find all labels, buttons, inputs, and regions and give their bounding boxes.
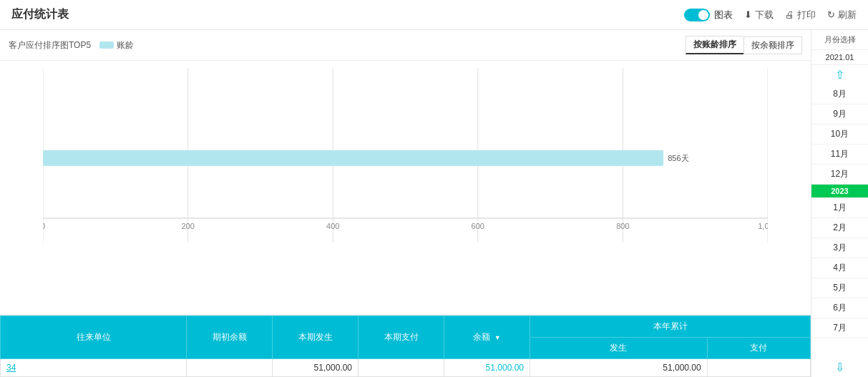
header: 应付统计表 图表 ⬇ 下载 🖨 打印 ↻ 刷新 [0, 0, 868, 30]
month-item[interactable]: 11月 [811, 145, 868, 165]
chart-toolbar: 客户应付排序图TOP5 账龄 按账龄排序 按余额排序 [0, 30, 811, 61]
refresh-icon: ↻ [827, 9, 835, 20]
refresh-label: 刷新 [838, 9, 857, 21]
th-opening: 期初余额 [187, 316, 273, 359]
month-item[interactable]: 2月 [811, 218, 868, 238]
month-list: 8月9月10月11月12月20231月2月3月4月5月6月7月 [811, 84, 868, 358]
chart-label: 图表 [714, 9, 733, 21]
legend-color-box [99, 41, 114, 49]
x-tick-0: 0 [43, 222, 45, 230]
refresh-button[interactable]: ↻ 刷新 [827, 9, 857, 21]
bar-rect [43, 150, 663, 166]
toggle-track[interactable] [684, 9, 710, 21]
td-opening [187, 359, 273, 377]
month-item[interactable]: 5月 [811, 278, 868, 298]
download-icon: ⬇ [744, 9, 752, 20]
toggle-thumb [698, 10, 708, 20]
data-table: 往来单位 期初余额 本期发生 本期支付 余额 ▼ 本年累计 [0, 315, 811, 377]
th-ytd: 本年累计 [530, 316, 811, 338]
header-actions: 图表 ⬇ 下载 🖨 打印 ↻ 刷新 [684, 9, 857, 21]
month-item[interactable]: 1月 [811, 198, 868, 218]
legend-item: 账龄 [99, 39, 134, 52]
print-button[interactable]: 🖨 打印 [785, 9, 816, 21]
chart-toggle[interactable]: 图表 [684, 9, 733, 21]
x-tick-600: 600 [472, 222, 484, 230]
td-balance: 51,000.00 [444, 359, 530, 377]
sidebar: 月份选择 2021.01 ⇧ 8月9月10月11月12月20231月2月3月4月… [811, 30, 868, 377]
chart-section: 客户应付排序图TOP5 账龄 按账龄排序 按余额排序 [0, 30, 811, 377]
th-ytd-occ: 发生 [530, 338, 708, 359]
th-current-occ: 本期发生 [273, 316, 359, 359]
scroll-up-button[interactable]: ⇧ [811, 65, 868, 84]
download-button[interactable]: ⬇ 下载 [744, 9, 774, 21]
balance-icon: ▼ [494, 334, 501, 341]
month-item[interactable]: 6月 [811, 298, 868, 318]
chart-area: 34 856天 0 200 400 600 800 1,000 [0, 61, 811, 315]
chart-legend: 客户应付排序图TOP5 账龄 [9, 39, 134, 52]
bar-chart-svg: 34 856天 0 200 400 600 800 1,000 [43, 68, 768, 286]
download-label: 下载 [755, 9, 774, 21]
unit-link[interactable]: 34 [6, 363, 16, 373]
sort-by-age-button[interactable]: 按账龄排序 [686, 36, 743, 54]
page-container: 应付统计表 图表 ⬇ 下载 🖨 打印 ↻ 刷新 [0, 0, 868, 377]
year-divider[interactable]: 2023 [811, 185, 868, 198]
td-current-occ: 51,000.00 [273, 359, 359, 377]
bar-end-label: 856天 [668, 154, 688, 162]
month-item[interactable]: 3月 [811, 238, 868, 258]
th-balance: 余额 ▼ [444, 316, 530, 359]
table-section: 往来单位 期初余额 本期发生 本期支付 余额 ▼ 本年累计 [0, 315, 811, 377]
x-tick-1000: 1,000 [758, 222, 768, 230]
x-tick-800: 800 [616, 222, 629, 230]
page-title: 应付统计表 [11, 7, 69, 22]
td-ytd-occ: 51,000.00 [530, 359, 708, 377]
x-tick-400: 400 [326, 222, 339, 230]
legend-color-label: 账龄 [117, 39, 134, 52]
month-item[interactable]: 8月 [811, 84, 868, 104]
table-row: 34 51,000.00 51,000.00 51,000.00 [1, 359, 811, 377]
sort-by-balance-button[interactable]: 按余额排序 [743, 36, 802, 54]
th-ytd-pay: 支付 [707, 338, 810, 359]
month-item[interactable]: 10月 [811, 124, 868, 145]
month-item[interactable]: 7月 [811, 318, 868, 338]
print-label: 打印 [797, 9, 816, 21]
month-item[interactable]: 9月 [811, 104, 868, 124]
x-tick-200: 200 [181, 222, 194, 230]
main-area: 客户应付排序图TOP5 账龄 按账龄排序 按余额排序 [0, 30, 868, 377]
th-current-pay: 本期支付 [359, 316, 444, 359]
chart-sort: 按账龄排序 按余额排序 [686, 36, 802, 54]
scroll-down-button[interactable]: ⇩ [811, 358, 868, 377]
month-item[interactable]: 12月 [811, 165, 868, 185]
sidebar-year-month: 2021.01 [811, 50, 868, 65]
td-unit: 34 [1, 359, 187, 377]
month-item[interactable]: 4月 [811, 258, 868, 278]
legend-title: 客户应付排序图TOP5 [9, 39, 91, 52]
th-unit: 往来单位 [1, 316, 187, 359]
td-ytd-pay [707, 359, 810, 377]
print-icon: 🖨 [785, 9, 794, 20]
td-current-pay [359, 359, 444, 377]
sidebar-header-label: 月份选择 [811, 30, 868, 50]
table-wrap: 往来单位 期初余额 本期发生 本期支付 余额 ▼ 本年累计 [0, 315, 811, 377]
